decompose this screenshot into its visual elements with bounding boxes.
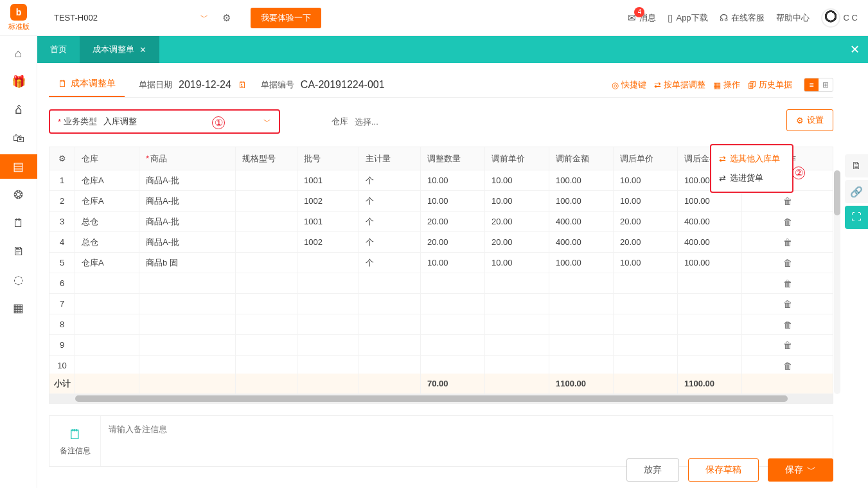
doc-title: 成本调整单 <box>71 78 116 89</box>
cell-batch: 1002 <box>297 191 359 211</box>
warehouse-input[interactable] <box>355 117 457 127</box>
nav-money[interactable]: ❂ <box>0 183 37 207</box>
cell-preprice <box>485 273 549 293</box>
trash-icon[interactable]: 🗑 <box>783 196 792 206</box>
calendar-icon[interactable]: 🗓 <box>238 80 247 90</box>
by-doc-adjust-link[interactable]: ⇄按单据调整 <box>654 79 705 91</box>
chevron-down-icon: ﹀ <box>807 464 816 476</box>
phone-icon: ▯ <box>668 12 673 24</box>
close-all-tabs[interactable]: ✕ <box>841 36 868 63</box>
nav-bag[interactable]: 🛍 <box>0 126 37 150</box>
nav-more[interactable]: ◌ <box>0 267 37 292</box>
company-select[interactable]: TEST-H002 ﹀ <box>48 7 215 29</box>
trash-icon[interactable]: 🗑 <box>783 361 792 371</box>
table-row[interactable]: 9🗑 <box>49 335 833 356</box>
settings-button[interactable]: ⚙ 设置 <box>786 109 833 131</box>
discard-button[interactable]: 放弃 <box>626 458 679 482</box>
horizontal-scrollbar[interactable] <box>49 394 833 403</box>
history-label: 历史单据 <box>759 79 792 91</box>
table-row[interactable]: 7🗑 <box>49 294 833 314</box>
cell-postamt: 100.00 <box>678 191 742 211</box>
ops-link[interactable]: ▦ 操作 <box>713 79 740 91</box>
cell-unit: 个 <box>359 191 421 211</box>
table-row[interactable]: 4总仓商品A-批1002个20.0020.00400.0020.00400.00… <box>49 232 833 253</box>
close-icon[interactable]: ✕ <box>139 45 146 55</box>
table-row[interactable]: 6🗑 <box>49 273 833 294</box>
sidetab-link-icon[interactable]: 🔗 <box>845 180 868 203</box>
nav-warehouse[interactable]: ▤ <box>0 154 37 179</box>
scrollbar-thumb[interactable] <box>75 395 788 402</box>
cell-wh <box>75 294 139 314</box>
save-draft-button[interactable]: 保存草稿 <box>688 458 759 482</box>
cell-prod: 商品A-批 <box>139 212 236 231</box>
tab-home[interactable]: 首页 <box>37 36 80 63</box>
trash-icon[interactable]: 🗑 <box>783 299 792 309</box>
save-label: 保存 <box>785 464 803 476</box>
table-row[interactable]: 2仓库A商品A-批1002个10.0010.00100.0010.00100.0… <box>49 191 833 212</box>
history-link[interactable]: 🗐历史单据 <box>748 79 792 91</box>
tab-cost-adjust[interactable]: 成本调整单 ✕ <box>80 36 159 63</box>
shortcut-link[interactable]: ◎快捷键 <box>612 79 646 91</box>
table-row[interactable]: 3总仓商品A-批1001个20.0020.00400.0020.00400.00… <box>49 212 833 232</box>
view-grid-icon[interactable]: ⊞ <box>819 78 833 91</box>
support-link[interactable]: ☊ 在线客服 <box>720 12 765 24</box>
cell-qty <box>421 356 485 374</box>
trash-icon[interactable]: 🗑 <box>783 320 792 330</box>
sidetab-note-icon[interactable]: 🗎 <box>845 154 868 177</box>
business-type-select[interactable]: * 业务类型 入库调整 ﹀ ① <box>49 109 280 134</box>
topbar: b 标准版 TEST-H002 ﹀ ⚙ 我要体验一下 ✉ 消息 4 ▯ App下… <box>0 0 868 36</box>
subtotal-preamt: 1100.00 <box>549 374 614 393</box>
nav-report[interactable]: 🗒 <box>0 211 37 235</box>
table-row[interactable]: 5仓库A商品b 固个10.0010.00100.0010.00100.00🗑 <box>49 253 833 273</box>
cell-postprice <box>614 335 678 355</box>
row-index: 3 <box>49 212 75 231</box>
nav-store[interactable]: ⌂̂ <box>0 98 37 122</box>
view-list-icon[interactable]: ≡ <box>804 78 819 91</box>
app-download-link[interactable]: ▯ App下载 <box>668 12 707 24</box>
cell-postamt <box>678 356 742 374</box>
vertical-scrollbar[interactable] <box>834 170 840 394</box>
history-icon: 🗐 <box>748 80 756 90</box>
cell-unit: 个 <box>359 232 421 252</box>
trash-icon[interactable]: 🗑 <box>783 278 792 289</box>
th-config[interactable]: ⚙ <box>49 147 75 170</box>
cell-spec <box>236 170 297 190</box>
workspace-tabs: 首页 成本调整单 ✕ ✕ <box>37 36 868 63</box>
trash-icon[interactable]: 🗑 <box>783 258 792 268</box>
table-row[interactable]: 10🗑 <box>49 356 833 374</box>
trial-button[interactable]: 我要体验一下 <box>251 8 321 28</box>
trash-icon[interactable]: 🗑 <box>783 340 792 350</box>
messages-link[interactable]: ✉ 消息 4 <box>628 12 656 24</box>
shortcut-label: 快捷键 <box>621 79 646 91</box>
scrollbar-thumb[interactable] <box>834 170 840 215</box>
cell-prod: 商品A-批 <box>139 170 236 190</box>
table-row[interactable]: 8🗑 <box>49 314 833 335</box>
cell-op: 🗑 <box>742 273 833 293</box>
th-preprice: 调前单价 <box>485 147 549 170</box>
row-index: 1 <box>49 170 75 190</box>
cell-prod <box>139 294 236 314</box>
cell-postamt: 400.00 <box>678 212 742 231</box>
help-label: 帮助中心 <box>776 12 810 24</box>
user-menu[interactable]: C C <box>821 8 858 28</box>
th-postprice: 调后单价 <box>614 147 678 170</box>
nav-home[interactable]: ⌂ <box>0 41 37 66</box>
cell-unit <box>359 314 421 334</box>
dropdown-opt-other-in[interactable]: ⇄选其他入库单 <box>711 149 792 168</box>
dropdown-opt1-label: 选其他入库单 <box>730 153 780 165</box>
save-button[interactable]: 保存 ﹀ <box>768 458 833 482</box>
cell-preprice: 20.00 <box>485 212 549 231</box>
help-link[interactable]: 帮助中心 <box>776 12 810 24</box>
trash-icon[interactable]: 🗑 <box>783 237 792 248</box>
nav-contact[interactable]: 🖹 <box>0 239 37 264</box>
doc-title-tab[interactable]: 🗒 成本调整单 <box>49 78 125 97</box>
sidetab-expand-icon[interactable]: ⛶ <box>845 206 868 229</box>
trash-icon[interactable]: 🗑 <box>783 217 792 227</box>
target-icon: ◎ <box>612 80 619 90</box>
nav-gift[interactable]: 🎁 <box>0 69 37 94</box>
gear-icon[interactable]: ⚙ <box>218 12 234 24</box>
doc-number-label: 单据编号 <box>261 79 294 91</box>
dropdown-opt-purchase[interactable]: ⇄选进货单 <box>711 168 792 188</box>
nav-new[interactable]: ▦ <box>0 296 37 320</box>
row-index: 9 <box>49 335 75 355</box>
